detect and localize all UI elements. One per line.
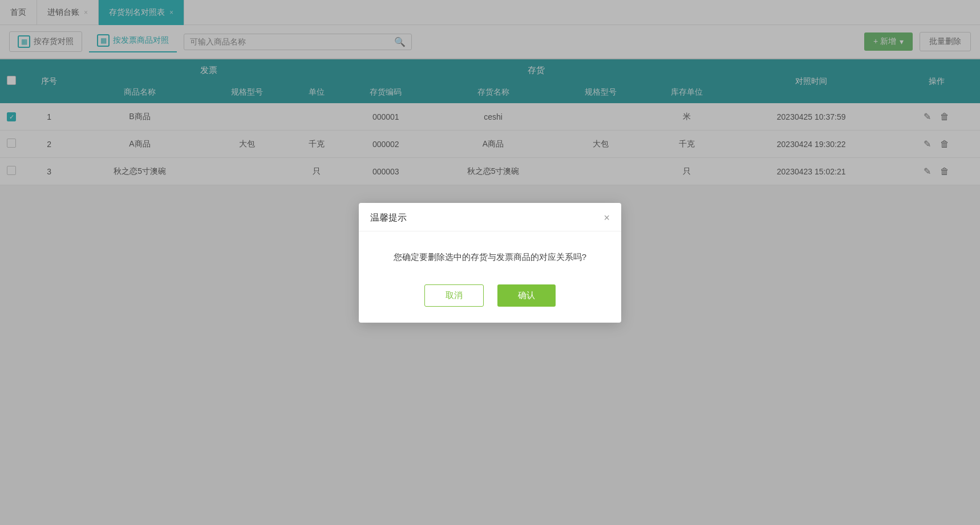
modal-overlay: 温馨提示 × 您确定要删除选中的存货与发票商品的对应关系吗? 取消 确认 [0,0,980,185]
